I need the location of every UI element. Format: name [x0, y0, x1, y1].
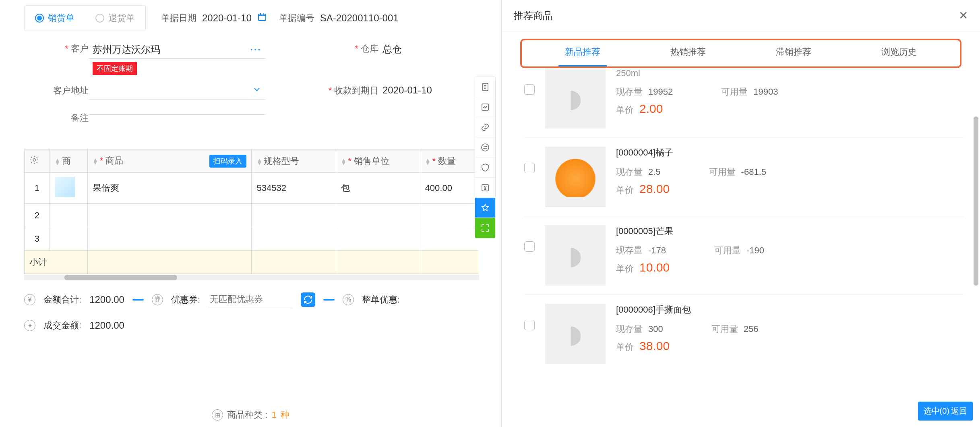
notes-icon[interactable] [475, 77, 495, 97]
row-qty[interactable]: 400.00 [420, 173, 479, 204]
price-value: 28.00 [639, 182, 670, 195]
kinds-label: 商品种类 : [227, 409, 267, 421]
ellipsis-icon[interactable]: ⋯ [250, 43, 262, 56]
v-scrollbar[interactable] [974, 116, 978, 286]
product-name: [0000006]手撕面包 [616, 304, 964, 316]
dash-icon [323, 299, 335, 301]
star-icon[interactable] [475, 198, 495, 218]
row-thumb [50, 173, 87, 204]
product-thumb [545, 147, 606, 207]
close-icon[interactable]: ✕ [959, 9, 968, 22]
side-toolbar [475, 77, 496, 238]
tab-return-label: 退货单 [108, 12, 135, 24]
svg-point-1 [33, 159, 35, 161]
table-row[interactable]: 3 [25, 227, 479, 251]
list-item: ◗ [0000005]芒果 现存量-178 可用量-190 单价10.00 [524, 216, 964, 295]
discount-icon: % [343, 294, 354, 305]
tab-sale[interactable]: 销货单 [25, 6, 85, 31]
table-row[interactable]: 1 果倍爽 534532 包 400.00 [25, 173, 479, 204]
totals-area: ¥ 金额合计: 1200.00 券 优惠券: % 整单优惠: ✦ 成交金额: 1… [24, 280, 501, 355]
tab-history[interactable]: 浏览历史 [875, 46, 923, 66]
product-name: [0000005]芒果 [616, 225, 964, 237]
chart-icon[interactable] [475, 97, 495, 117]
refresh-button[interactable] [301, 292, 315, 307]
checkbox[interactable] [524, 241, 535, 252]
currency-icon[interactable] [475, 178, 495, 198]
panel-title: 推荐商品 [514, 9, 552, 22]
tab-sale-label: 销货单 [48, 12, 74, 24]
avail-value: 19903 [753, 87, 778, 97]
warehouse-label: *仓库 [298, 40, 378, 55]
checkbox[interactable] [524, 84, 535, 95]
table-row[interactable]: 2 [25, 204, 479, 227]
avail-value: -190 [746, 245, 764, 255]
row-unit[interactable]: 包 [336, 173, 420, 204]
list-item: ◗ [0000006]手撕面包 现存量300 可用量256 单价38.00 [524, 295, 964, 373]
avail-value: -681.5 [741, 167, 766, 177]
expand-icon[interactable] [475, 218, 495, 238]
kinds-value: 1 [271, 410, 276, 420]
customer-label: *客户 [24, 40, 89, 55]
customer-value: 苏州万达沃尔玛 [93, 43, 160, 56]
scan-button[interactable]: 扫码录入 [209, 155, 246, 168]
line-items-table: ▲▼商 ▲▼*商品扫码录入 ▲▼规格型号 ▲▼*销售单位 ▲▼*数量 1 果倍爽… [24, 149, 479, 280]
row-idx: 3 [25, 227, 50, 251]
row-idx: 2 [25, 204, 50, 227]
doc-date-value[interactable]: 2020-01-10 [202, 12, 252, 24]
calendar-icon[interactable] [257, 12, 267, 24]
product-list[interactable]: ◗ 250ml 现存量19952 可用量19903 单价2.00 [000000… [502, 68, 980, 427]
doc-no-label: 单据编号 [279, 12, 314, 24]
col-unit[interactable]: ▲▼*销售单位 [336, 149, 420, 173]
doc-type-tabs: 销货单 退货单 [24, 5, 146, 31]
doc-date-field: 单据日期 2020-01-10 [161, 12, 267, 24]
doc-no-value: SA-20200110-001 [320, 12, 399, 24]
stock-value: 300 [648, 324, 663, 334]
tab-new[interactable]: 新品推荐 [558, 46, 607, 66]
deal-label: 成交金额: [43, 319, 81, 332]
list-item: ◗ 250ml 现存量19952 可用量19903 单价2.00 [524, 68, 964, 138]
col-qty[interactable]: ▲▼*数量 [420, 149, 479, 173]
row-idx: 1 [25, 173, 50, 204]
dash-icon [132, 299, 144, 301]
coupon-input[interactable] [208, 292, 293, 307]
coupon-icon: 券 [152, 294, 163, 305]
discount-label: 整单优惠: [362, 294, 400, 306]
tab-hot[interactable]: 热销推荐 [664, 46, 712, 66]
customer-input[interactable]: 苏州万达沃尔玛 ⋯ [89, 40, 266, 59]
footer-summary: ⊞ 商品种类 : 1 种 [0, 403, 501, 427]
checkbox[interactable] [524, 320, 535, 330]
addr-input[interactable] [89, 82, 266, 99]
shield-icon[interactable] [475, 158, 495, 178]
price-value: 38.00 [639, 339, 670, 352]
tab-slow[interactable]: 滞销推荐 [769, 46, 818, 66]
deal-icon: ✦ [24, 320, 35, 331]
selected-return-button[interactable]: 选中(0)返回 [918, 402, 973, 421]
product-name: 250ml [616, 68, 964, 79]
svg-rect-0 [258, 14, 266, 21]
product-name: [0000004]橘子 [616, 147, 964, 159]
doc-no-field: 单据编号 SA-20200110-001 [279, 12, 399, 24]
radio-icon [95, 14, 104, 23]
doc-header-row: 销货单 退货单 单据日期 2020-01-10 单据编号 SA-20200110… [24, 4, 501, 32]
swap-icon[interactable] [475, 137, 495, 158]
col-name[interactable]: ▲▼*商品扫码录入 [87, 149, 252, 173]
col-spec[interactable]: ▲▼规格型号 [252, 149, 336, 173]
svg-point-4 [482, 144, 489, 151]
h-scrollbar[interactable] [24, 275, 479, 280]
stock-value: 2.5 [648, 167, 661, 177]
product-thumb: ◗ [545, 68, 606, 129]
chevron-down-icon[interactable] [252, 85, 262, 97]
price-value: 2.00 [639, 102, 663, 115]
tab-return[interactable]: 退货单 [85, 6, 145, 31]
link-icon[interactable] [475, 117, 495, 137]
checkbox[interactable] [524, 163, 535, 173]
price-value: 10.00 [639, 261, 670, 274]
row-name[interactable]: 果倍爽 [87, 173, 252, 204]
remark-label: 备注 [24, 110, 89, 124]
remark-input[interactable] [89, 110, 266, 115]
stock-value: 19952 [648, 87, 673, 97]
col-img[interactable]: ▲▼商 [50, 149, 87, 173]
col-settings[interactable] [25, 149, 50, 173]
sales-form-pane: 销货单 退货单 单据日期 2020-01-10 单据编号 SA-20200110… [0, 0, 501, 427]
row-spec[interactable]: 534532 [252, 173, 336, 204]
